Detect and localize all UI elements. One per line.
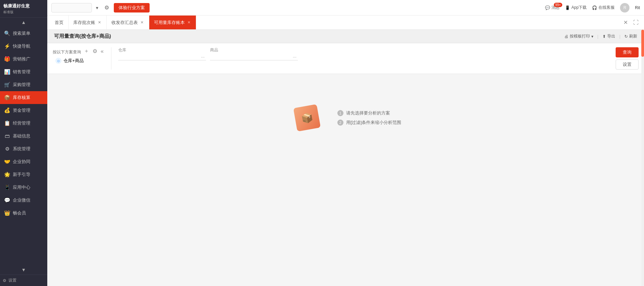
- page-header-actions: 🖨 按模板打印 ▾ | ⬆ 导出 | ↻ 刷新: [564, 33, 637, 39]
- enterprise-icon: 🤝: [4, 159, 10, 165]
- newbie-icon: 🌟: [4, 172, 10, 178]
- box-face-icon: 📦: [300, 111, 314, 125]
- sidebar-footer[interactable]: ⚙ 设置: [0, 275, 47, 286]
- tab-receipt-summary-close[interactable]: ✕: [140, 20, 144, 25]
- export-btn[interactable]: ⬆ 导出: [602, 33, 615, 39]
- filter-scheme-list: 按以下方案查询 ＋ ⚙ « ⊙ 仓库+商品: [53, 47, 104, 65]
- tip-2-text: 用[过滤]条件来缩小分析范围: [346, 120, 401, 126]
- tabs-fullscreen-btn[interactable]: ⛶: [630, 18, 641, 27]
- sidebar-item-label-search: 搜索菜单: [13, 30, 30, 36]
- sidebar-item-search[interactable]: 🔍 搜索菜单: [0, 27, 47, 40]
- scrollbar-thumb: [641, 30, 644, 57]
- collapse-scheme-btn[interactable]: «: [100, 48, 104, 54]
- operation-icon: 📋: [4, 120, 10, 126]
- empty-state: 📦 1 请先选择要分析的方案 2 用[过滤]条件来缩小分析范围: [47, 74, 644, 162]
- sidebar-scroll-up[interactable]: ▲: [0, 18, 47, 27]
- tab-receipt-summary-label: 收发存汇总表: [111, 20, 138, 26]
- topbar-search-input[interactable]: [51, 3, 92, 12]
- print-icon: 🖨: [564, 34, 568, 39]
- add-scheme-btn[interactable]: ＋: [83, 48, 90, 55]
- refresh-btn[interactable]: ↻ 刷新: [624, 33, 637, 39]
- sidebar-item-label-inventory: 库存核算: [13, 95, 30, 101]
- empty-state-content: 📦 1 请先选择要分析的方案 2 用[过滤]条件来缩小分析范围: [290, 101, 401, 135]
- sidebar-item-label-shortcut: 快捷导航: [13, 43, 30, 49]
- sidebar-item-wechat[interactable]: 💬 企业微信: [0, 194, 47, 207]
- tab-batch-ledger-close[interactable]: ✕: [97, 20, 102, 25]
- sidebar-item-operation[interactable]: 📋 经营管理: [0, 117, 47, 130]
- goods-more-btn[interactable]: ···: [291, 54, 298, 59]
- brand-name: 畅康通好生意: [3, 3, 44, 9]
- filter-goods: 商品 ···: [210, 47, 298, 60]
- refresh-icon: ↻: [624, 34, 628, 39]
- member-icon: 👑: [4, 210, 10, 216]
- wechat-icon: 💬: [4, 197, 10, 203]
- sidebar-item-app_center[interactable]: 📱 应用中心: [0, 181, 47, 194]
- tip-1-text: 请先选择要分析的方案: [346, 110, 390, 116]
- sidebar-item-label-newbie: 新手引导: [13, 172, 30, 178]
- settings-btn[interactable]: 设置: [616, 59, 639, 70]
- sidebar-item-purchase[interactable]: 🛒 采购管理: [0, 78, 47, 91]
- sidebar-item-label-enterprise: 企业协同: [13, 159, 30, 165]
- search-dropdown-btn[interactable]: ▾: [95, 4, 100, 11]
- tab-home[interactable]: 首页: [50, 16, 69, 29]
- filter-actions-right: 查询 设置: [616, 47, 639, 70]
- scheme-item-warehouse-goods[interactable]: ⊙ 仓库+商品: [53, 56, 104, 65]
- sidebar-item-member[interactable]: 👑 畅会员: [0, 207, 47, 219]
- empty-tips: 1 请先选择要分析的方案 2 用[过滤]条件来缩小分析范围: [337, 110, 401, 126]
- right-scrollbar[interactable]: [641, 30, 644, 286]
- tab-batch-ledger-label: 库存批次账: [73, 20, 95, 26]
- sidebar-item-label-operation: 经营管理: [13, 120, 30, 126]
- message-btn[interactable]: 💬 消息 99+: [545, 5, 560, 10]
- finance-icon: 💰: [4, 107, 10, 113]
- sidebar-item-sales[interactable]: 📊 销售管理: [0, 66, 47, 78]
- sidebar-item-inventory[interactable]: 📦 库存核算: [0, 91, 47, 104]
- tabs-bar: 首页 库存批次账 ✕ 收发存汇总表 ✕ 可用量库存账本 ✕ ✕ ⛶: [47, 16, 644, 30]
- sidebar-item-label-member: 畅会员: [13, 210, 26, 216]
- sidebar-item-label-finance: 资金管理: [13, 107, 30, 113]
- tab-batch-ledger[interactable]: 库存批次账 ✕: [69, 16, 107, 29]
- sidebar-item-marketing[interactable]: 🎁 营销推广: [0, 53, 47, 66]
- topbar: ▾ ⚙ 体验行业方案 💬 消息 99+ 📱 App下载 🎧 在线客服 R Rit: [47, 0, 644, 16]
- print-dropdown-icon: ▾: [591, 34, 593, 39]
- sidebar-item-label-sales: 销售管理: [13, 69, 30, 75]
- online-service-btn[interactable]: 🎧 在线客服: [592, 5, 615, 10]
- filter-area: 按以下方案查询 ＋ ⚙ « ⊙ 仓库+商品 仓库 ···: [47, 43, 644, 74]
- avatar[interactable]: R: [620, 3, 629, 12]
- trial-btn[interactable]: 体验行业方案: [114, 3, 150, 12]
- message-icon: 💬: [545, 5, 550, 10]
- content-area: 可用量查询(按仓库+商品) 🖨 按模板打印 ▾ | ⬆ 导出 | ↻ 刷新: [47, 30, 644, 286]
- filter-scheme-header: 按以下方案查询 ＋ ⚙ «: [53, 47, 104, 55]
- sidebar-item-shortcut[interactable]: ⚡ 快捷导航: [0, 40, 47, 53]
- sidebar-scroll-down[interactable]: ▼: [0, 265, 47, 275]
- query-btn[interactable]: 查询: [616, 47, 639, 57]
- sidebar-item-enterprise[interactable]: 🤝 企业协同: [0, 155, 47, 168]
- username[interactable]: Rit: [635, 5, 640, 10]
- app-download-btn[interactable]: 📱 App下载: [565, 5, 587, 10]
- system-icon: ⚙: [4, 146, 10, 152]
- sidebar-item-finance[interactable]: 💰 资金管理: [0, 104, 47, 117]
- warehouse-more-btn[interactable]: ···: [200, 54, 206, 59]
- warehouse-input[interactable]: [118, 54, 200, 59]
- tabs-close-btn[interactable]: ✕: [621, 18, 630, 27]
- tip-number-1: 1: [337, 110, 343, 116]
- headset-icon: 🎧: [592, 5, 597, 10]
- print-btn[interactable]: 🖨 按模板打印 ▾: [564, 33, 593, 39]
- edit-scheme-btn[interactable]: ⚙: [92, 48, 98, 54]
- sidebar-item-basic[interactable]: 🗃 基础信息: [0, 130, 47, 142]
- tab-available-ledger-close[interactable]: ✕: [187, 20, 191, 25]
- search-icon: 🔍: [4, 30, 10, 36]
- phone-icon: 📱: [565, 5, 570, 10]
- topbar-gear-btn[interactable]: ⚙: [102, 4, 111, 11]
- page-header: 可用量查询(按仓库+商品) 🖨 按模板打印 ▾ | ⬆ 导出 | ↻ 刷新: [47, 30, 644, 43]
- goods-input[interactable]: [210, 54, 291, 59]
- sidebar-item-system[interactable]: ⚙ 系统管理: [0, 142, 47, 155]
- sidebar-item-label-purchase: 采购管理: [13, 82, 30, 88]
- brand-tag: 标准版: [3, 10, 44, 15]
- tab-home-label: 首页: [55, 20, 63, 26]
- tab-available-ledger[interactable]: 可用量库存账本 ✕: [149, 16, 196, 29]
- sidebar-item-newbie[interactable]: 🌟 新手引导: [0, 168, 47, 181]
- filter-label: 按以下方案查询: [53, 49, 81, 55]
- sidebar: 畅康通好生意 标准版 ▲ 🔍 搜索菜单 ⚡ 快捷导航 🎁 营销推广 📊 销售管理…: [0, 0, 47, 286]
- sidebar-item-label-system: 系统管理: [13, 146, 30, 152]
- tab-receipt-summary[interactable]: 收发存汇总表 ✕: [107, 16, 149, 29]
